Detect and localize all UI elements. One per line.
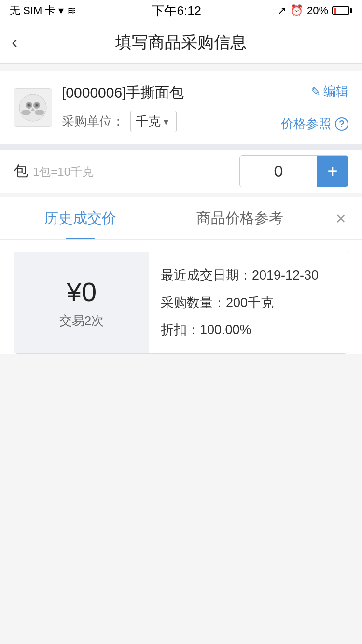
purchase-qty-value: 200千克 xyxy=(226,295,274,310)
status-left: 无 SIM 卡 ▾ ≋ xyxy=(10,3,76,18)
product-info: [0000006]手撕面包 采购单位： 千克 ▾ xyxy=(62,83,184,132)
status-bar: 无 SIM 卡 ▾ ≋ 下午6:12 ↗ ⏰ 20% xyxy=(0,0,362,21)
purchase-qty-row: 采购数量：200千克 xyxy=(161,293,336,313)
svg-point-6 xyxy=(36,104,38,106)
edit-button[interactable]: ✎ 编辑 xyxy=(311,83,348,100)
history-price-value: ¥0 xyxy=(67,276,97,308)
purchase-qty-label: 采购数量： xyxy=(161,295,226,310)
plus-icon: + xyxy=(327,161,337,182)
page-title: 填写商品采购信息 xyxy=(115,31,247,54)
divider-strip xyxy=(0,144,362,150)
main-background xyxy=(0,365,362,644)
back-button[interactable]: ‹ xyxy=(12,32,17,53)
edit-icon: ✎ xyxy=(311,85,320,98)
product-logo-icon xyxy=(18,93,47,122)
edit-label: 编辑 xyxy=(323,83,348,100)
tab-product-price-ref[interactable]: 商品价格参考 xyxy=(160,197,320,239)
bottom-panel: 历史成交价 商品价格参考 × ¥0 交易2次 最近成交日期：2019-12-30… xyxy=(0,197,362,354)
unit-dropdown-icon: ▾ xyxy=(164,116,168,127)
quantity-conversion: 1包=10千克 xyxy=(33,164,94,180)
price-yen-label: ¥0 xyxy=(67,277,97,307)
recent-date-row: 最近成交日期：2019-12-30 xyxy=(161,266,336,285)
close-icon: × xyxy=(335,209,346,229)
product-id: [0000006] xyxy=(62,84,126,100)
svg-point-9 xyxy=(35,110,44,115)
status-time: 下午6:12 xyxy=(152,2,201,19)
recent-date-value: 2019-12-30 xyxy=(252,268,319,282)
quantity-label: 包 1包=10千克 xyxy=(14,161,94,181)
tab-price-ref-label: 商品价格参考 xyxy=(196,209,283,228)
help-icon: ? xyxy=(335,117,348,131)
product-thumbnail xyxy=(14,88,52,127)
nav-bar: ‹ 填写商品采购信息 xyxy=(0,21,362,64)
product-actions: ✎ 编辑 价格参照 ? xyxy=(281,83,348,132)
discount-label: 折扣： xyxy=(161,322,200,337)
tab-history-label: 历史成交价 xyxy=(44,209,116,228)
battery-tip xyxy=(350,8,352,13)
product-left: [0000006]手撕面包 采购单位： 千克 ▾ xyxy=(14,83,184,132)
battery-pct: 20% xyxy=(307,4,328,17)
help-label: ? xyxy=(339,118,345,129)
alarm-icon: ⏰ xyxy=(290,4,303,17)
unit-select-button[interactable]: 千克 ▾ xyxy=(130,111,177,132)
battery-body xyxy=(332,6,349,15)
product-name: [0000006]手撕面包 xyxy=(62,83,184,103)
recent-date-label: 最近成交日期： xyxy=(161,268,252,282)
product-header: [0000006]手撕面包 采购单位： 千克 ▾ ✎ 编辑 价格参照 ? xyxy=(14,83,348,132)
tabs-row: 历史成交价 商品价格参考 × xyxy=(0,197,362,240)
status-right: ↗ ⏰ 20% xyxy=(278,4,352,17)
svg-point-5 xyxy=(28,104,30,106)
product-unit-row: 采购单位： 千克 ▾ xyxy=(62,111,184,132)
history-trade-count: 交易2次 xyxy=(59,312,104,329)
price-ref-label: 价格参照 xyxy=(281,115,331,132)
quantity-plus-button[interactable]: + xyxy=(317,156,348,187)
quantity-unit: 包 xyxy=(14,161,28,181)
unit-value: 千克 xyxy=(136,113,161,130)
sim-label: 无 SIM 卡 ▾ ≋ xyxy=(10,3,76,18)
nav-icon: ↗ xyxy=(278,4,286,17)
battery-fill xyxy=(334,8,336,14)
product-card: [0000006]手撕面包 采购单位： 千克 ▾ ✎ 编辑 价格参照 ? xyxy=(0,71,362,144)
discount-row: 折扣：100.00% xyxy=(161,320,336,340)
history-price-column: ¥0 交易2次 xyxy=(14,252,149,353)
unit-label: 采购单位： xyxy=(62,113,125,130)
battery-indicator xyxy=(332,6,352,15)
discount-value: 100.00% xyxy=(200,322,251,337)
product-title: 手撕面包 xyxy=(126,84,184,100)
panel-close-button[interactable]: × xyxy=(320,197,362,239)
history-card: ¥0 交易2次 最近成交日期：2019-12-30 采购数量：200千克 折扣：… xyxy=(14,252,348,354)
quantity-row: 包 1包=10千克 0 + xyxy=(0,150,362,193)
svg-point-8 xyxy=(21,110,31,115)
history-detail-column: 最近成交日期：2019-12-30 采购数量：200千克 折扣：100.00% xyxy=(149,252,348,353)
quantity-input[interactable]: 0 xyxy=(240,156,317,187)
price-ref-button[interactable]: 价格参照 ? xyxy=(281,115,348,132)
tab-active-underline xyxy=(66,238,95,239)
tab-history-price[interactable]: 历史成交价 xyxy=(0,197,160,239)
quantity-input-group: 0 + xyxy=(239,155,348,187)
